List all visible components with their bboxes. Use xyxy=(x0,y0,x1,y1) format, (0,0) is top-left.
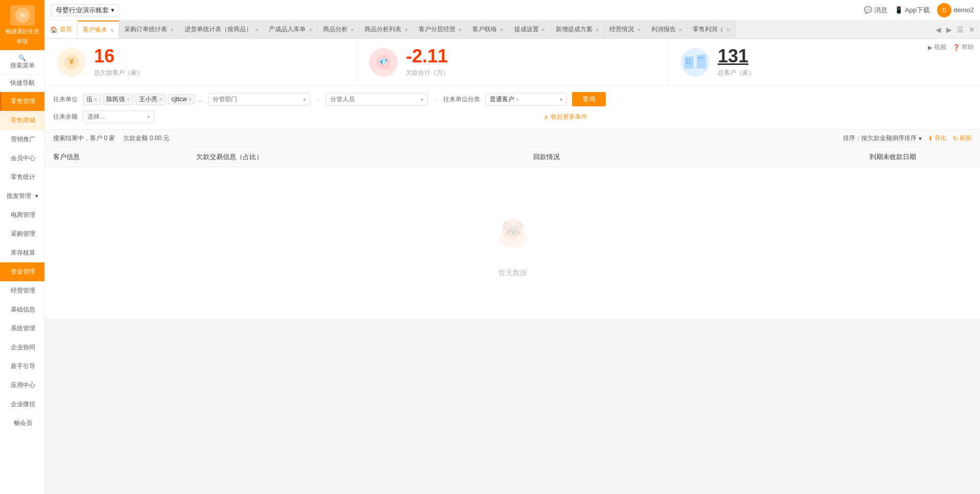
tab-product-analysis-list[interactable]: 商品分析列表 × xyxy=(359,20,413,39)
account-selector[interactable]: 母婴行业演示账套 ▾ xyxy=(51,4,119,16)
sidebar-item-new-guide[interactable]: 新手引导 xyxy=(0,357,44,376)
export-button[interactable]: ⬆ 导出 xyxy=(928,134,947,143)
results-text: 搜索结果中，客户 0 家 xyxy=(53,134,115,143)
unit-class-select[interactable]: 普通客户 × ▾ xyxy=(485,93,567,106)
tab-operations-close[interactable]: × xyxy=(637,27,640,33)
topbar: 母婴行业演示账套 ▾ 💬 消息 📱 App下载 D demo2 xyxy=(45,0,980,20)
tab-purchase-order-close[interactable]: × xyxy=(170,27,173,33)
tab-production-receipt[interactable]: 产成品入库单 × xyxy=(264,20,317,39)
svg-rect-12 xyxy=(698,57,700,59)
sidebar-item-basic-info[interactable]: 基础信息 xyxy=(0,300,44,319)
tab-customer-contact[interactable]: 客户联络 × xyxy=(467,20,509,39)
tab-retail-profit-close[interactable]: × xyxy=(726,27,730,33)
tab-close-all-button[interactable]: ✕ xyxy=(967,25,977,35)
filter-tag-3-close[interactable]: × xyxy=(159,96,162,102)
query-button[interactable]: 查询 xyxy=(572,92,606,106)
manager-select[interactable]: 分管人员 ▾ xyxy=(326,93,428,106)
sidebar-item-app-center[interactable]: 应用中心 xyxy=(0,376,44,395)
sidebar-item-purchase[interactable]: 采购管理 xyxy=(0,224,44,243)
tab-stock-stats[interactable]: 进货单统计表（按商品） × xyxy=(179,20,264,39)
tab-home-label: 首页 xyxy=(60,25,72,34)
tab-purchase-order[interactable]: 采购订单统计表 × xyxy=(119,20,179,39)
stat-label-credit-amount: 欠款合计（万） xyxy=(406,69,449,77)
export-label: 导出 xyxy=(935,134,947,143)
unit-class-tag-close[interactable]: × xyxy=(516,96,519,102)
filter-tag-4-close[interactable]: × xyxy=(188,96,191,102)
tab-menu-button[interactable]: ☰ xyxy=(955,25,966,35)
empty-text: 暂无数据 xyxy=(498,268,527,278)
stat-text-credit-amount: -2.11 欠款合计（万） xyxy=(406,47,449,77)
tab-next-button[interactable]: ▶ xyxy=(944,25,954,35)
user-profile[interactable]: D demo2 xyxy=(937,3,974,17)
tab-customer-account[interactable]: 客户账本 × xyxy=(78,20,119,39)
sidebar-item-wholesale[interactable]: 批发管理 ▼ xyxy=(0,187,44,206)
sidebar-search[interactable]: 🔍 搜索菜单 xyxy=(0,50,44,75)
tab-customer-tier[interactable]: 客户分层经营 × xyxy=(414,20,467,39)
sidebar-item-vip-member[interactable]: 畅会员 xyxy=(0,414,44,433)
tab-operations[interactable]: 经营情况 × xyxy=(604,20,646,39)
manager-chevron-icon: ▾ xyxy=(421,97,423,102)
refresh-button[interactable]: ↻ 刷新 xyxy=(953,134,972,143)
tab-new-promotion-close[interactable]: × xyxy=(596,27,599,33)
collapse-button[interactable]: ∧ 收起更多条件 xyxy=(544,113,587,121)
message-button[interactable]: 💬 消息 xyxy=(864,6,887,15)
tab-customer-tier-close[interactable]: × xyxy=(459,27,462,33)
sidebar-item-enterprise[interactable]: 企业协同 xyxy=(0,338,44,357)
collapse-area: ∧ 收起更多条件 xyxy=(159,113,972,121)
tab-production-receipt-close[interactable]: × xyxy=(309,27,312,33)
help-icon: ❓ xyxy=(952,44,960,51)
department-select[interactable]: 分管部门 ▾ xyxy=(208,93,310,106)
tab-customer-contact-close[interactable]: × xyxy=(500,27,503,33)
sidebar-item-system[interactable]: 系统管理 xyxy=(0,319,44,338)
sidebar-item-retail-stats[interactable]: 零售统计 xyxy=(0,168,44,187)
tab-product-analysis-list-close[interactable]: × xyxy=(404,27,407,33)
sidebar-item-inventory[interactable]: 库存核算 xyxy=(0,243,44,262)
sidebar-item-finance[interactable]: 资金管理 xyxy=(0,262,44,281)
tab-profit-report-close[interactable]: × xyxy=(679,27,682,33)
help-area: ▶ 视频 ❓ 帮助 xyxy=(928,43,974,52)
tab-retail-profit[interactable]: 零售利润（ × xyxy=(688,20,735,39)
filter-tag-1-close[interactable]: × xyxy=(94,96,97,102)
tab-promotion-settings[interactable]: 提成设置 × xyxy=(509,20,551,39)
tab-customer-account-label: 客户账本 xyxy=(83,26,107,34)
sidebar-item-app-center-label: 应用中心 xyxy=(4,381,42,390)
sidebar-item-member[interactable]: 会员中心 xyxy=(0,149,44,168)
filter-more-tags-button[interactable]: ... xyxy=(197,96,203,103)
department-more-button[interactable]: ··· xyxy=(315,96,321,103)
video-help-button[interactable]: ▶ 视频 xyxy=(928,43,946,52)
tab-prev-button[interactable]: ◀ xyxy=(933,25,943,35)
sidebar-item-purchase-label: 采购管理 xyxy=(4,230,42,238)
svg-text:💎: 💎 xyxy=(379,57,388,66)
balance-select[interactable]: 选择... ▾ xyxy=(83,110,154,123)
sidebar-quick-nav[interactable]: 快捷导航 xyxy=(0,75,44,92)
sidebar-item-enterprise-wechat[interactable]: 企业微信 xyxy=(0,395,44,414)
amount-value: 0.00 xyxy=(150,134,162,142)
manager-more-button[interactable]: ··· xyxy=(433,96,438,103)
sidebar-logo[interactable]: 畅 畅捷通好生意 标版 xyxy=(0,0,44,50)
refresh-label: 刷新 xyxy=(960,134,972,143)
tab-stock-stats-close[interactable]: × xyxy=(255,27,258,33)
stat-value-credit-amount: -2.11 xyxy=(406,47,449,65)
app-download-button[interactable]: 📱 App下载 xyxy=(895,6,930,15)
sort-button[interactable]: 排序：按欠款金额倒序排序 ▾ xyxy=(843,134,922,143)
tab-product-analysis[interactable]: 商品分析 × xyxy=(318,20,359,39)
filter-tag-2-close[interactable]: × xyxy=(126,96,129,102)
help-button[interactable]: ❓ 帮助 xyxy=(952,43,974,52)
stat-label-credit-customers: 总欠款客户（家） xyxy=(94,69,143,77)
tab-promotion-settings-label: 提成设置 xyxy=(514,25,539,34)
sidebar-item-ecommerce[interactable]: 电商管理 xyxy=(0,206,44,224)
tab-new-promotion[interactable]: 新增提成方案 × xyxy=(551,20,604,39)
tab-home[interactable]: 🏠 首页 xyxy=(45,20,78,39)
tab-customer-account-close[interactable]: × xyxy=(110,27,113,33)
message-label: 消息 xyxy=(874,6,887,15)
sidebar-item-retail[interactable]: 零售管理 xyxy=(0,92,44,111)
sidebar-item-operations[interactable]: 经营管理 xyxy=(0,281,44,300)
tab-profit-report[interactable]: 利润报告 × xyxy=(646,20,688,39)
tab-product-analysis-close[interactable]: × xyxy=(351,27,354,33)
sidebar-item-retail-mall[interactable]: 零售商城 xyxy=(0,111,44,130)
collapse-label: 收起更多条件 xyxy=(551,113,587,121)
department-chevron-icon: ▾ xyxy=(303,97,306,102)
sidebar-item-marketing[interactable]: 营销推广 xyxy=(0,130,44,149)
tab-navigation: ◀ ▶ ☰ ✕ xyxy=(930,25,980,35)
tab-promotion-settings-close[interactable]: × xyxy=(542,27,545,33)
